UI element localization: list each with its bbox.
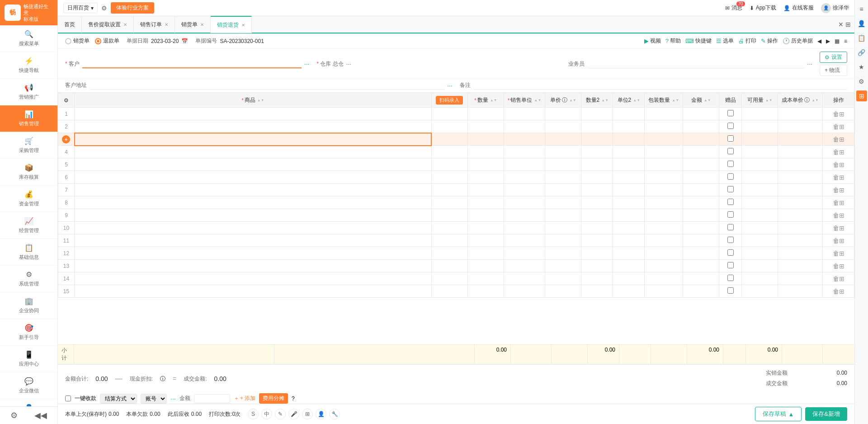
cell-pack-10[interactable] <box>645 222 683 234</box>
sidebar-item-purchase[interactable]: 🛒 采购管理 <box>0 132 57 159</box>
delete-row-8[interactable]: 🗑 <box>833 199 839 206</box>
cell-available-2[interactable] <box>742 120 778 133</box>
help-link[interactable]: ? 帮助 <box>665 37 681 45</box>
cell-product-1[interactable] <box>75 108 432 120</box>
delete-row-6[interactable]: 🗑 <box>833 174 839 181</box>
gift-checkbox-7[interactable] <box>727 186 734 192</box>
sidebar-item-inventory[interactable]: 📦 库存核算 <box>0 159 57 186</box>
cell-cost-15[interactable] <box>778 285 823 298</box>
cell-qty2-3[interactable] <box>581 133 613 146</box>
tool3-icon[interactable]: 🎤 <box>288 409 299 419</box>
delete-row-3[interactable]: 🗑 <box>833 136 839 143</box>
copy-row-15[interactable]: ⊞ <box>839 288 844 295</box>
sidebar-item-quick-nav[interactable]: ⚡ 快捷导航 <box>0 52 57 79</box>
cell-unit-9[interactable] <box>504 209 545 222</box>
cell-unit-5[interactable] <box>504 158 545 171</box>
cell-unit2-12[interactable] <box>613 247 645 260</box>
cell-price-10[interactable] <box>545 222 581 234</box>
cell-pack-15[interactable] <box>645 285 683 298</box>
gift-checkbox-11[interactable] <box>727 237 734 243</box>
right-panel-btn6[interactable]: ⚙ <box>856 76 867 87</box>
cell-cost-6[interactable] <box>778 171 823 184</box>
cell-unit2-5[interactable] <box>613 158 645 171</box>
sidebar-item-system[interactable]: ⚙ 系统管理 <box>0 266 57 292</box>
cell-qty-11[interactable] <box>467 234 504 247</box>
table-settings-icon[interactable]: ⚙ <box>64 97 69 104</box>
cell-price-4[interactable] <box>545 146 581 158</box>
gift-checkbox-8[interactable] <box>727 199 734 205</box>
sidebar-item-wechat[interactable]: 💬 企业微信 <box>0 372 57 399</box>
cell-unit2-7[interactable] <box>613 184 645 196</box>
next-record-btn[interactable]: ▶ <box>826 38 830 44</box>
product-input[interactable] <box>79 136 428 143</box>
cell-amount-4[interactable] <box>683 146 719 158</box>
cell-pack-9[interactable] <box>645 209 683 222</box>
module-selector[interactable]: 日用百货 ▾ <box>63 3 98 13</box>
sidebar-item-sales[interactable]: 📊 销售管理 <box>0 105 57 132</box>
cell-available-8[interactable] <box>742 196 778 209</box>
cell-available-6[interactable] <box>742 171 778 184</box>
salesperson-input[interactable] <box>587 60 805 68</box>
cell-available-4[interactable] <box>742 146 778 158</box>
delete-row-15[interactable]: 🗑 <box>833 288 839 295</box>
cell-qty-9[interactable] <box>467 209 504 222</box>
qty2-sort-icon[interactable]: ▲▼ <box>601 98 609 102</box>
cell-qty2-6[interactable] <box>581 171 613 184</box>
app-download-button[interactable]: ⬇ App下载 <box>750 4 776 12</box>
prev-record-btn[interactable]: ◀ <box>817 38 821 44</box>
payment-amount-input[interactable] <box>194 394 230 403</box>
price-sort-icon[interactable]: ▲▼ <box>569 98 576 102</box>
add-payment-button[interactable]: ＋ + 添加 <box>234 395 255 402</box>
cell-qty2-13[interactable] <box>581 260 613 272</box>
cell-pack-2[interactable] <box>645 120 683 133</box>
gift-checkbox-13[interactable] <box>727 262 734 268</box>
cell-amount-13[interactable] <box>683 260 719 272</box>
delete-row-2[interactable]: 🗑 <box>833 123 839 130</box>
tool4-icon[interactable]: ⊞ <box>302 409 313 419</box>
copy-row-8[interactable]: ⊞ <box>839 199 844 206</box>
right-panel-btn7[interactable]: ⊞ <box>856 91 867 101</box>
cell-amount-10[interactable] <box>683 222 719 234</box>
cell-qty-12[interactable] <box>467 247 504 260</box>
cell-product-11[interactable] <box>75 234 432 247</box>
cell-product-14[interactable] <box>75 272 432 285</box>
cell-available-1[interactable] <box>742 108 778 120</box>
cell-unit2-8[interactable] <box>613 196 645 209</box>
right-panel-btn3[interactable]: 📋 <box>856 33 867 43</box>
settings-button[interactable]: ⚙ 设置 <box>820 52 847 63</box>
cell-qty2-12[interactable] <box>581 247 613 260</box>
cell-unit2-9[interactable] <box>613 209 645 222</box>
fee-split-help-icon[interactable]: ? <box>292 395 295 402</box>
delete-row-14[interactable]: 🗑 <box>833 275 839 282</box>
tab-sales-order[interactable]: 销售订单 ✕ <box>134 16 175 33</box>
copy-row-13[interactable]: ⊞ <box>839 262 844 270</box>
cell-qty2-10[interactable] <box>581 222 613 234</box>
cell-available-10[interactable] <box>742 222 778 234</box>
cell-cost-12[interactable] <box>778 247 823 260</box>
select-order-link[interactable]: ☰ 选单 <box>716 37 734 45</box>
cell-amount-11[interactable] <box>683 234 719 247</box>
cell-pack-8[interactable] <box>645 196 683 209</box>
cell-unit-1[interactable] <box>504 108 545 120</box>
copy-row-1[interactable]: ⊞ <box>839 110 844 118</box>
gift-checkbox-1[interactable] <box>727 110 734 116</box>
close-tab-sales-order[interactable]: ✕ <box>165 22 168 27</box>
cell-qty-5[interactable] <box>467 158 504 171</box>
cell-unit-4[interactable] <box>504 146 545 158</box>
cell-product-10[interactable] <box>75 222 432 234</box>
customer-input[interactable] <box>82 59 302 68</box>
cell-qty-4[interactable] <box>467 146 504 158</box>
calc-method-select[interactable]: 结算方式 <box>100 394 137 404</box>
cell-unit-7[interactable] <box>504 184 545 196</box>
cell-qty-10[interactable] <box>467 222 504 234</box>
cell-pack-14[interactable] <box>645 272 683 285</box>
cell-available-11[interactable] <box>742 234 778 247</box>
cell-qty2-15[interactable] <box>581 285 613 298</box>
cell-amount-8[interactable] <box>683 196 719 209</box>
cell-qty2-1[interactable] <box>581 108 613 120</box>
tool1-icon[interactable]: 中 <box>261 409 272 419</box>
copy-row-12[interactable]: ⊞ <box>839 250 844 257</box>
delete-row-4[interactable]: 🗑 <box>833 148 839 156</box>
sidebar-item-marketing[interactable]: 📢 营销推广 <box>0 79 57 105</box>
cell-qty-6[interactable] <box>467 171 504 184</box>
